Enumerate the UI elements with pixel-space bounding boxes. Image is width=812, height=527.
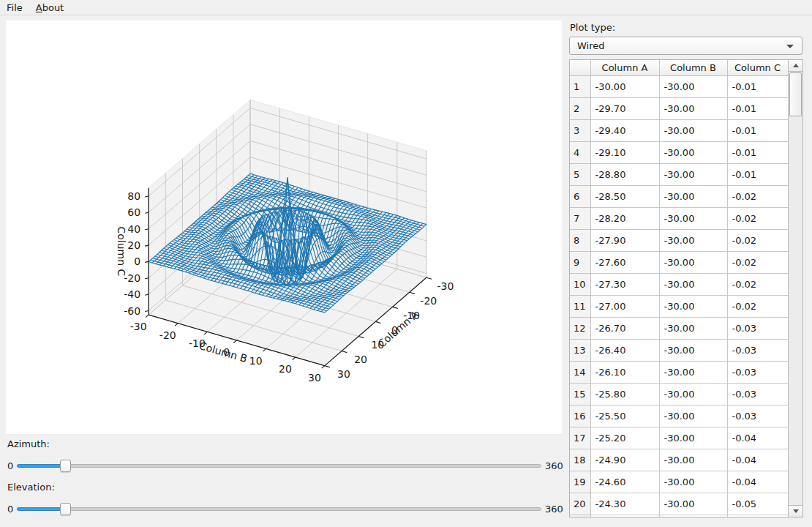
row-number-cell[interactable]: 9 [570, 251, 590, 273]
azimuth-slider[interactable] [17, 459, 541, 473]
table-cell[interactable]: -0.03 [727, 339, 788, 361]
table-cell[interactable]: -0.02 [727, 295, 788, 317]
table-cell[interactable]: -29.70 [590, 97, 659, 119]
table-cell[interactable]: -25.20 [590, 427, 659, 449]
table-cell[interactable]: -30.00 [659, 75, 727, 97]
table-cell[interactable]: -0.02 [727, 273, 788, 295]
table-cell[interactable]: -0.02 [727, 251, 788, 273]
table-cell[interactable]: -24.60 [590, 471, 659, 493]
row-number-cell[interactable]: 12 [570, 317, 590, 339]
elevation-slider[interactable] [17, 502, 541, 516]
column-header[interactable]: Column B [659, 60, 727, 75]
scroll-up-button[interactable] [789, 60, 802, 72]
table-cell[interactable]: -30.00 [659, 119, 727, 141]
table-cell[interactable]: -0.05 [727, 493, 788, 515]
row-number-cell[interactable]: 19 [570, 471, 590, 493]
menu-file[interactable]: File [0, 1, 29, 15]
table-cell[interactable]: -30.00 [659, 97, 727, 119]
table-cell[interactable]: -0.03 [727, 405, 788, 427]
table-cell[interactable]: -27.90 [590, 229, 659, 251]
table-cell[interactable]: -0.04 [727, 449, 788, 471]
row-number-cell[interactable]: 16 [570, 405, 590, 427]
table-cell[interactable]: -30.00 [659, 383, 727, 405]
table-cell[interactable]: -30.00 [659, 207, 727, 229]
row-number-cell[interactable]: 1 [570, 75, 590, 97]
table-cell[interactable]: -0.03 [727, 361, 788, 383]
table-cell[interactable]: -30.00 [659, 427, 727, 449]
slider-track[interactable] [17, 464, 541, 468]
row-number-cell[interactable]: 6 [570, 185, 590, 207]
column-header[interactable]: Column A [590, 60, 659, 75]
table-row: 3-29.40-30.00-0.01 [570, 119, 788, 141]
row-number-cell[interactable]: 18 [570, 449, 590, 471]
row-number-cell[interactable]: 14 [570, 361, 590, 383]
table-cell[interactable]: -30.00 [590, 75, 659, 97]
table-cell[interactable]: -0.02 [727, 207, 788, 229]
table-cell[interactable]: -25.80 [590, 383, 659, 405]
table-cell[interactable]: -30.00 [659, 163, 727, 185]
table-cell[interactable]: -0.02 [727, 185, 788, 207]
table-cell[interactable]: -0.01 [727, 75, 788, 97]
table-cell[interactable]: -0.01 [727, 163, 788, 185]
plot-type-dropdown[interactable]: Wired [569, 37, 802, 55]
table-cell[interactable]: -0.03 [727, 317, 788, 339]
table-cell[interactable]: -25.50 [590, 405, 659, 427]
slider-handle[interactable] [60, 460, 71, 472]
table-cell[interactable]: -24.90 [590, 449, 659, 471]
table-cell[interactable]: -30.00 [659, 295, 727, 317]
row-number-cell[interactable]: 10 [570, 273, 590, 295]
row-number-cell[interactable]: 5 [570, 163, 590, 185]
table-cell[interactable]: -29.10 [590, 141, 659, 163]
table-cell[interactable]: -0.01 [727, 141, 788, 163]
table-cell[interactable]: -0.02 [727, 229, 788, 251]
row-number-cell[interactable]: 8 [570, 229, 590, 251]
table-cell[interactable]: -30.00 [659, 317, 727, 339]
row-number-cell[interactable]: 15 [570, 383, 590, 405]
table-cell[interactable]: -30.00 [659, 229, 727, 251]
column-header[interactable]: Column C [727, 60, 788, 75]
table-cell[interactable]: -30.00 [659, 493, 727, 515]
scrollbar-thumb[interactable] [789, 72, 802, 116]
row-number-cell[interactable]: 20 [570, 493, 590, 515]
row-number-cell[interactable]: 3 [570, 119, 590, 141]
menu-about[interactable]: About [29, 1, 70, 15]
table-cell[interactable]: -0.03 [727, 383, 788, 405]
table-cell[interactable]: -30.00 [659, 405, 727, 427]
table-cell[interactable]: -24.30 [590, 493, 659, 515]
table-cell[interactable]: -0.01 [727, 97, 788, 119]
svg-text:0: 0 [134, 255, 140, 267]
table-cell[interactable]: -26.70 [590, 317, 659, 339]
table-cell[interactable]: -30.00 [659, 361, 727, 383]
table-cell[interactable]: -27.60 [590, 251, 659, 273]
table-cell[interactable]: -30.00 [659, 449, 727, 471]
table-cell[interactable]: -28.80 [590, 163, 659, 185]
row-number-header[interactable] [570, 60, 590, 75]
table-cell[interactable]: -30.00 [659, 141, 727, 163]
table-cell[interactable]: -29.40 [590, 119, 659, 141]
table-scrollbar[interactable] [788, 60, 802, 517]
table-cell[interactable]: -0.04 [727, 471, 788, 493]
row-number-cell[interactable]: 7 [570, 207, 590, 229]
table-cell[interactable]: -0.04 [727, 427, 788, 449]
table-cell[interactable]: -28.50 [590, 185, 659, 207]
table-cell[interactable]: -30.00 [659, 339, 727, 361]
table-cell[interactable]: -30.00 [659, 185, 727, 207]
table-cell[interactable]: -30.00 [659, 251, 727, 273]
row-number-cell[interactable]: 17 [570, 427, 590, 449]
table-cell[interactable]: -28.20 [590, 207, 659, 229]
slider-handle[interactable] [60, 503, 71, 515]
table-cell[interactable]: -27.00 [590, 295, 659, 317]
scroll-down-button[interactable] [789, 505, 802, 517]
row-number-cell[interactable]: 4 [570, 141, 590, 163]
row-number-cell[interactable]: 2 [570, 97, 590, 119]
row-number-cell[interactable]: 11 [570, 295, 590, 317]
table-cell[interactable]: -30.00 [659, 273, 727, 295]
table-cell[interactable]: -27.30 [590, 273, 659, 295]
table-cell[interactable]: -0.01 [727, 119, 788, 141]
table-cell[interactable]: -26.10 [590, 361, 659, 383]
slider-track[interactable] [17, 507, 541, 511]
table-cell[interactable]: -30.00 [659, 471, 727, 493]
table-row: 16-25.50-30.00-0.03 [570, 405, 788, 427]
row-number-cell[interactable]: 13 [570, 339, 590, 361]
table-cell[interactable]: -26.40 [590, 339, 659, 361]
